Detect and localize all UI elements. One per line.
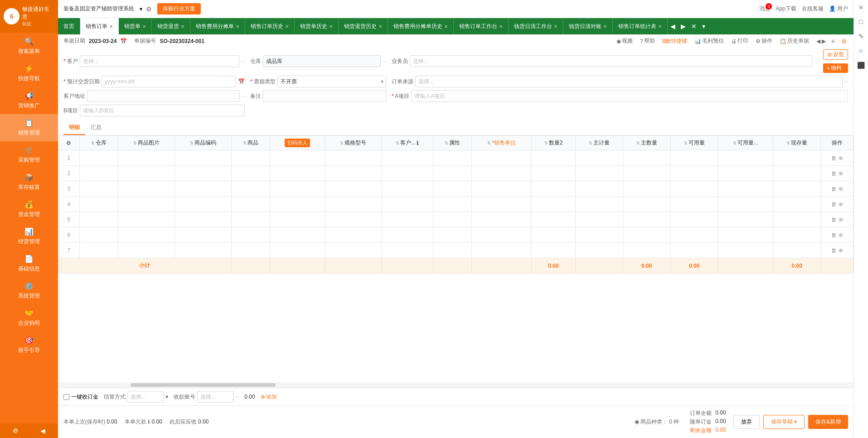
col-customer-code[interactable]: ⇅客户...ℹ <box>382 136 433 150</box>
warehouse-ellipsis[interactable]: ··· <box>383 59 386 64</box>
address-ellipsis[interactable]: ··· <box>241 94 245 99</box>
tab-order-stats[interactable]: 销售订单统计表 ✕ <box>613 18 668 34</box>
invoice-type-input[interactable] <box>277 76 386 87</box>
save-new-button[interactable]: 保存&新增 <box>808 415 848 429</box>
help-btn[interactable]: ? 帮助 <box>638 36 657 46</box>
save-draft-button[interactable]: 保存草稿 ▾ <box>763 415 805 429</box>
col-available[interactable]: ⇅可用量 <box>670 136 718 150</box>
salesperson-ellipsis[interactable]: ··· <box>814 59 818 64</box>
history-btn[interactable]: 📋 历史单据 <box>778 36 811 46</box>
table-scrollbar[interactable] <box>58 382 853 388</box>
scan-button[interactable]: 扫码录入 <box>285 139 310 147</box>
order-source-input[interactable] <box>415 76 843 87</box>
sidebar-item-basic-info[interactable]: 📄 基础信息 <box>0 250 58 277</box>
tab-return-history[interactable]: 销货退货历史 ✕ <box>339 18 388 34</box>
system-dropdown[interactable]: ▾ <box>140 6 142 12</box>
tab-close-icon[interactable]: ✕ <box>329 24 333 29</box>
right-panel-btn-3[interactable]: ✎ <box>856 31 867 42</box>
tab-detail[interactable]: 明细 <box>63 121 85 135</box>
sidebar-item-quick-nav[interactable]: ⚡ 快捷导航 <box>0 60 58 87</box>
message-badge[interactable]: 消息 9 <box>759 5 770 13</box>
sidebar-item-guide[interactable]: 🎯 新手引导 <box>0 332 58 359</box>
col-settings[interactable]: ⚙ <box>58 136 80 150</box>
right-panel-btn-5[interactable]: ⬛ <box>856 60 867 71</box>
col-stock[interactable]: ⇅现存量 <box>773 136 821 150</box>
tab-summary[interactable]: 汇总 <box>85 121 107 135</box>
discard-button[interactable]: 放弃 <box>733 415 760 429</box>
sidebar-item-finance[interactable]: 💰 资金管理 <box>0 196 58 223</box>
a-project-input[interactable] <box>411 90 848 102</box>
tab-close-icon[interactable]: ✕ <box>603 24 607 29</box>
receipt-ellipsis[interactable]: ··· <box>235 395 239 399</box>
app-download-link[interactable]: App下载 <box>776 5 796 13</box>
tab-daily-workbench[interactable]: 钱货日清工作台 ✕ <box>509 18 563 34</box>
sidebar-collapse-btn[interactable]: ◀ <box>40 427 45 434</box>
col-spec[interactable]: ⇅规格型号 <box>325 136 382 150</box>
delivery-date-input[interactable] <box>102 76 236 87</box>
customer-address-input[interactable] <box>87 90 239 102</box>
right-panel-btn-2[interactable]: □ <box>856 16 867 27</box>
row-delete-btn[interactable]: 🗑 <box>831 170 837 177</box>
tab-close-all-btn[interactable]: ✕ <box>689 18 699 34</box>
sidebar-item-inventory[interactable]: 📦 库存核算 <box>0 168 58 196</box>
sidebar-item-marketing[interactable]: 📢 营销推广 <box>0 87 58 114</box>
row-delete-btn[interactable]: 🗑 <box>831 247 837 254</box>
sidebar-item-sales[interactable]: 📋 销售管理 <box>0 114 58 141</box>
tab-expense-history[interactable]: 销售费用分摊单历史 ✕ <box>388 18 454 34</box>
tab-close-icon[interactable]: ✕ <box>658 24 662 29</box>
save-draft-dropdown-icon[interactable]: ▾ <box>794 419 797 425</box>
order-source-ellipsis[interactable]: ··· <box>844 79 848 84</box>
payment-dropdown-icon[interactable]: ▾ <box>165 394 168 400</box>
tab-sales-order[interactable]: 销售订单 ✕ <box>80 18 119 34</box>
right-panel-btn-1[interactable]: ≡ <box>856 2 867 13</box>
customer-ellipsis[interactable]: ··· <box>241 59 245 64</box>
sidebar-settings-btn[interactable]: ⚙ <box>13 427 19 434</box>
print-btn[interactable]: 🖨 打印 <box>729 36 750 46</box>
settings-button[interactable]: ⚙ 设置 <box>823 49 848 60</box>
col-main-qty[interactable]: ⇅主数量 <box>623 136 670 150</box>
warehouse-input[interactable] <box>263 55 381 67</box>
online-support-link[interactable]: 在线客服 <box>802 5 824 13</box>
tab-close-icon[interactable]: ✕ <box>285 24 289 29</box>
col-image[interactable]: ⇅商品图片 <box>118 136 175 150</box>
tab-order-workbench[interactable]: 销售订单工作台 ✕ <box>454 18 509 34</box>
tab-close-icon[interactable]: ✕ <box>554 24 558 29</box>
col-warehouse[interactable]: ⇅仓库 <box>79 136 118 150</box>
delivery-date-calendar-icon[interactable]: 📅 <box>238 78 245 85</box>
tab-next-btn[interactable]: ▶ <box>678 18 689 34</box>
tab-home[interactable]: 首页 <box>58 18 80 34</box>
col-main-unit[interactable]: ⇅主计量 <box>575 136 623 150</box>
row-copy-btn[interactable]: ⊕ <box>839 155 843 161</box>
row-delete-btn[interactable]: 🗑 <box>831 232 837 238</box>
tab-close-icon[interactable]: ✕ <box>444 24 448 29</box>
quick-order-checkbox[interactable] <box>63 394 69 400</box>
user-menu[interactable]: 👤 用户 <box>829 5 848 13</box>
tab-close-icon[interactable]: ✕ <box>236 24 239 29</box>
sidebar-item-purchase[interactable]: 🛒 采购管理 <box>0 141 58 168</box>
row-copy-btn[interactable]: ⊕ <box>839 232 843 238</box>
payment-method-input[interactable] <box>127 391 164 403</box>
row-copy-btn[interactable]: ⊕ <box>839 247 843 254</box>
row-delete-btn[interactable]: 🗑 <box>831 201 837 207</box>
shortcuts-btn[interactable]: ⌨ 快捷键 <box>660 36 689 46</box>
sidebar-item-operations[interactable]: 📊 经营管理 <box>0 223 58 250</box>
tab-expense-split[interactable]: 销售费用分摊单 ✕ <box>190 18 245 34</box>
col-attribute[interactable]: ⇅属性 <box>433 136 471 150</box>
b-project-input[interactable] <box>80 105 245 116</box>
invoice-type-dropdown-icon[interactable]: ▾ <box>381 78 383 85</box>
sidebar-item-system[interactable]: ⚙️ 系统管理 <box>0 277 58 304</box>
tab-close-icon[interactable]: ✕ <box>378 24 382 29</box>
tab-close-icon[interactable]: ✕ <box>499 24 503 29</box>
row-copy-btn[interactable]: ⊕ <box>839 217 843 223</box>
layout-grid-btn[interactable]: ⊞ <box>840 37 848 45</box>
tab-prev-btn[interactable]: ◀ <box>668 18 678 34</box>
receipt-number-input[interactable] <box>197 391 233 403</box>
right-panel-btn-4[interactable]: ☆ <box>856 45 867 56</box>
layout-list-btn[interactable]: ≡ <box>829 37 836 45</box>
horizontal-scrollbar[interactable] <box>131 383 276 387</box>
row-delete-btn[interactable]: 🗑 <box>831 217 837 223</box>
tab-close-icon[interactable]: ✕ <box>181 24 184 29</box>
add-material-button[interactable]: + 物料 <box>823 63 848 73</box>
solution-button[interactable]: 体验行业方案 <box>157 3 201 14</box>
tab-daily-reconcile[interactable]: 钱货日清对账 ✕ <box>563 18 613 34</box>
